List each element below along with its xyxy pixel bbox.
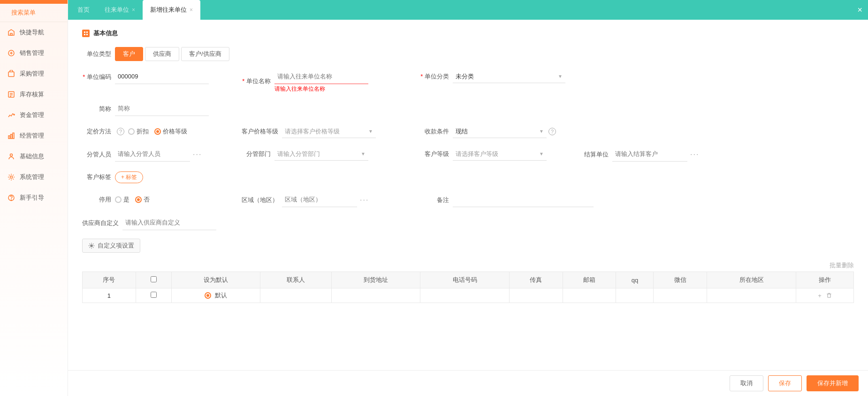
svg-marker-2 (8, 30, 14, 35)
btn-customer[interactable]: 客户 (115, 47, 143, 61)
manager-field: 分管人员 ··· (82, 147, 242, 162)
save-add-button[interactable]: 保存并新增 (807, 375, 859, 391)
remark-field: 备注 (420, 193, 854, 207)
dept-placeholder: 请输入分管部门 (277, 150, 320, 158)
region-input[interactable] (282, 193, 357, 207)
custom-settings-button[interactable]: 自定义项设置 (82, 239, 140, 253)
purchase-icon (7, 69, 16, 78)
default-radio-circle (205, 292, 211, 299)
sidebar-label: 快捷导航 (20, 28, 44, 37)
unit-category-label: 单位分类 (420, 70, 453, 84)
add-tag-button[interactable]: + 标签 (115, 171, 143, 183)
payment-terms-help-icon[interactable]: ? (548, 128, 556, 135)
select-all-checkbox[interactable] (151, 276, 157, 282)
settlement-unit-field: 结算单位 ··· (579, 147, 854, 162)
save-button[interactable]: 保存 (768, 375, 802, 391)
settlement-more-btn[interactable]: ··· (687, 150, 702, 159)
trash-icon (826, 292, 832, 298)
supplier-custom-input[interactable] (122, 216, 216, 230)
radio-no[interactable]: 否 (135, 195, 150, 204)
close-all-tabs[interactable]: × (857, 5, 862, 15)
col-fax: 传真 (509, 272, 563, 288)
btn-customer-supplier[interactable]: 客户/供应商 (181, 47, 229, 61)
cell-phone (420, 288, 510, 303)
svg-point-16 (10, 154, 13, 156)
tab-home[interactable]: 首页 (70, 0, 97, 20)
radio-price-level[interactable]: 价格等级 (154, 127, 187, 136)
remark-input[interactable] (453, 193, 594, 207)
unit-name-error: 请输入往来单位名称 (274, 85, 368, 93)
cancel-button[interactable]: 取消 (730, 375, 763, 391)
svg-rect-15 (13, 133, 14, 139)
tab-new-partner[interactable]: 新增往来单位 × (143, 0, 200, 20)
settlement-unit-label: 结算单位 (579, 148, 612, 162)
delete-row-btn[interactable] (826, 292, 832, 299)
unit-name-input[interactable] (274, 70, 368, 84)
unit-name-field: 单位名称 请输入往来单位名称 (242, 70, 420, 93)
radio-yes-circle (115, 196, 122, 203)
sidebar-item-system[interactable]: 系统管理 (0, 167, 68, 187)
content-area: 基本信息 单位类型 客户 供应商 客户/供应商 单位编码 单位名称 (68, 20, 868, 370)
tab-partners[interactable]: 往来单位 × (97, 0, 143, 20)
sidebar-item-finance[interactable]: 资金管理 (0, 105, 68, 125)
radio-default[interactable]: 默认 (175, 291, 258, 300)
region-more-btn[interactable]: ··· (357, 196, 372, 204)
sidebar-label: 系统管理 (20, 173, 44, 181)
section-icon (82, 30, 90, 37)
chevron-down-icon: ▼ (539, 151, 544, 156)
bottom-bar: 取消 保存 保存并新增 (68, 370, 868, 396)
sidebar-search[interactable]: 搜索菜单 (0, 4, 68, 22)
customer-price-level-field: 客户价格等级 请选择客户价格等级 ▼ (242, 124, 420, 139)
cell-qq (616, 288, 654, 303)
help-icon[interactable]: ? (117, 128, 124, 135)
short-name-input[interactable] (115, 101, 209, 116)
customer-tag-field: 客户标签 + 标签 (82, 170, 854, 184)
sidebar-label: 经营管理 (20, 132, 44, 140)
customer-level-label: 客户等级 (420, 147, 453, 161)
disabled-row: 停用 是 否 区域（地区） ··· (82, 193, 854, 207)
sidebar-item-operations[interactable]: 经营管理 (0, 125, 68, 146)
sidebar-item-sales[interactable]: 销售管理 (0, 43, 68, 63)
radio-no-label: 否 (144, 195, 150, 204)
operations-icon (7, 131, 16, 140)
sidebar-item-guide[interactable]: 新手引导 (0, 187, 68, 208)
close-partners-tab[interactable]: × (132, 7, 135, 13)
add-row-btn[interactable]: + (818, 292, 822, 299)
customer-level-select[interactable]: 请选择客户等级 ▼ (453, 148, 547, 161)
sidebar-item-purchase[interactable]: 采购管理 (0, 63, 68, 84)
remark-label: 备注 (420, 193, 453, 207)
settlement-unit-input[interactable] (612, 147, 687, 162)
manager-more-btn[interactable]: ··· (190, 150, 205, 159)
sidebar-label: 基础信息 (20, 152, 44, 161)
radio-yes[interactable]: 是 (115, 195, 129, 204)
col-region: 所在地区 (707, 272, 796, 288)
batch-delete-btn[interactable]: 批量删除 (830, 261, 854, 270)
radio-discount[interactable]: 折扣 (128, 127, 149, 136)
radio-price-level-circle (154, 128, 161, 135)
close-new-partner-tab[interactable]: × (190, 7, 193, 13)
unit-category-select[interactable]: 未分类 ▼ (453, 70, 565, 83)
sidebar-item-inventory[interactable]: 库存核算 (0, 84, 68, 105)
row-checkbox[interactable] (151, 292, 157, 298)
table-row: 1 默认 (83, 288, 854, 303)
sidebar-item-quick-nav[interactable]: 快捷导航 (0, 22, 68, 43)
btn-supplier[interactable]: 供应商 (145, 47, 179, 61)
svg-rect-20 (84, 31, 85, 33)
svg-rect-25 (828, 294, 830, 297)
cell-email (563, 288, 616, 303)
dept-select[interactable]: 请输入分管部门 ▼ (274, 148, 368, 161)
unit-category-field: 单位分类 未分类 ▼ (420, 70, 854, 84)
region-field: 区域（地区） ··· (242, 193, 420, 207)
payment-terms-select[interactable]: 现结 ▼ (453, 125, 547, 138)
customer-level-placeholder: 请选择客户等级 (456, 150, 498, 158)
supplier-custom-label: 供应商自定义 (82, 216, 122, 230)
radio-no-circle (135, 196, 142, 203)
sidebar-item-basic-info[interactable]: 基础信息 (0, 146, 68, 167)
sidebar-label: 资金管理 (20, 111, 44, 119)
customer-price-level-placeholder: 请选择客户价格等级 (285, 127, 340, 136)
manager-input[interactable] (115, 147, 190, 162)
sales-icon (7, 48, 16, 58)
customer-price-level-select[interactable]: 请选择客户价格等级 ▼ (282, 125, 376, 138)
region-label: 区域（地区） (242, 193, 282, 207)
unit-code-input[interactable] (115, 70, 209, 84)
